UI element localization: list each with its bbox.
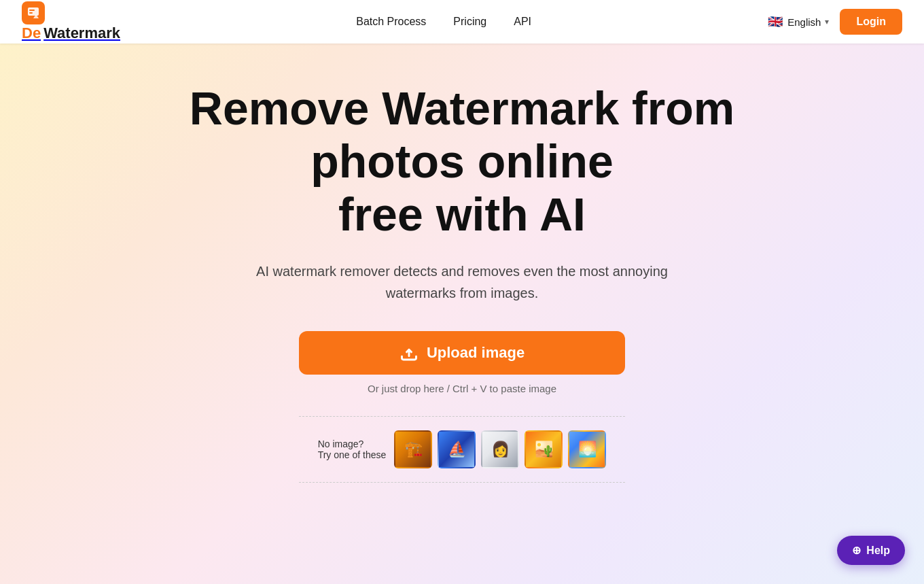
flag-icon: 🇬🇧 — [767, 16, 783, 27]
help-button-label: Help — [866, 545, 890, 557]
hero-title: Remove Watermark from photos online free… — [156, 82, 768, 241]
svg-rect-2 — [29, 12, 33, 14]
nav-links: Batch Process Pricing API — [356, 16, 531, 28]
sample-thumb-content-1: 🏗️ — [395, 432, 431, 467]
drop-hint: Or just drop here / Ctrl + V to paste im… — [368, 383, 556, 394]
hero-subtitle: AI watermark remover detects and removes… — [231, 260, 693, 304]
upload-area: Upload image Or just drop here / Ctrl + … — [299, 331, 625, 483]
sample-image-4[interactable]: 🏜️ — [525, 430, 563, 468]
upload-button[interactable]: Upload image — [299, 331, 625, 375]
sample-thumb-content-4: 🏜️ — [526, 432, 561, 467]
logo-watermark: Watermark — [43, 24, 120, 42]
nav-api[interactable]: API — [514, 16, 531, 28]
sample-image-3[interactable]: 👩 — [481, 430, 519, 468]
sample-image-1[interactable]: 🏗️ — [394, 430, 432, 468]
sample-image-5[interactable]: 🌅 — [568, 430, 606, 468]
svg-rect-0 — [28, 7, 39, 16]
sample-section: No image? Try one of these 🏗️ ⛵ 👩 🏜️ 🌅 — [299, 416, 625, 483]
language-selector[interactable]: 🇬🇧 English ▾ — [767, 16, 829, 28]
sample-thumb-content-3: 👩 — [482, 432, 518, 467]
language-label: English — [787, 16, 821, 28]
logo-icon — [22, 1, 45, 24]
logo[interactable]: DeWatermark — [22, 1, 120, 42]
sample-images: 🏗️ ⛵ 👩 🏜️ 🌅 — [394, 430, 606, 468]
help-icon: ⊕ — [852, 544, 861, 557]
chevron-down-icon: ▾ — [825, 17, 829, 27]
navbar: DeWatermark Batch Process Pricing API 🇬🇧… — [0, 0, 924, 44]
sample-thumb-content-5: 🌅 — [569, 432, 605, 467]
sample-image-2[interactable]: ⛵ — [438, 430, 476, 468]
hero-section: Remove Watermark from photos online free… — [0, 0, 924, 584]
upload-button-label: Upload image — [427, 344, 525, 362]
no-image-label: No image? — [318, 439, 387, 449]
upload-icon — [399, 343, 419, 362]
try-label: Try one of these — [318, 449, 387, 460]
nav-batch-process[interactable]: Batch Process — [356, 16, 426, 28]
logo-de: De — [22, 24, 41, 42]
nav-right: 🇬🇧 English ▾ Login — [767, 9, 902, 35]
svg-rect-1 — [29, 10, 35, 11]
login-button[interactable]: Login — [840, 9, 902, 35]
nav-pricing[interactable]: Pricing — [453, 16, 486, 28]
sample-thumb-content-2: ⛵ — [439, 432, 474, 467]
help-button[interactable]: ⊕ Help — [837, 536, 905, 565]
sample-label: No image? Try one of these — [318, 439, 387, 460]
